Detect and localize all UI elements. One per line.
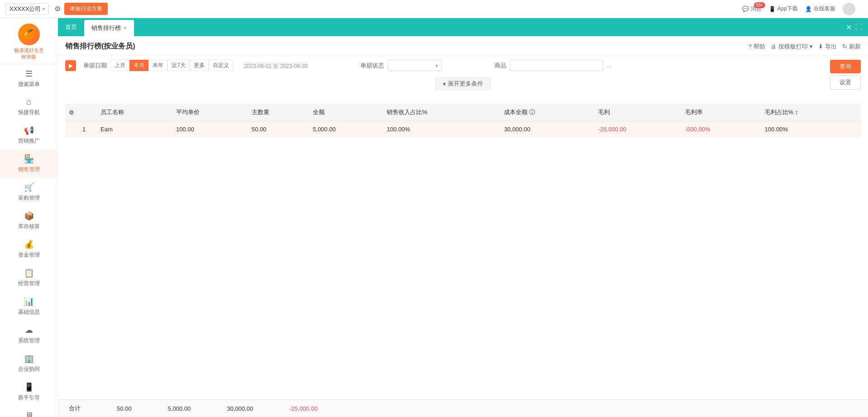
cell-profit-rate: -500.00% — [681, 121, 761, 138]
sidebar-item-system[interactable]: ☁ 系统管理 — [0, 321, 58, 349]
page-actions: ? 帮助 🖨 按模板打印 ▾ ⬇ 导出 ↻ 刷新 — [748, 43, 861, 51]
date-tab-custom[interactable]: 自定义 — [209, 60, 233, 71]
date-tab-more[interactable]: 更多 — [190, 60, 209, 71]
sidebar-item-finance[interactable]: 💰 资金管理 — [0, 235, 58, 264]
filter-actions: 查询 设置 — [830, 60, 861, 90]
print-chevron-icon: ▾ — [810, 43, 813, 50]
trial-button[interactable]: 体验行业方案 — [64, 3, 108, 15]
sidebar-item-base-info[interactable]: 📊 基础信息 — [0, 292, 58, 321]
date-tab-7days[interactable]: 近7天 — [168, 60, 190, 71]
print-button[interactable]: 🖨 按模板打印 ▾ — [771, 43, 813, 51]
settings-button[interactable]: 设置 — [830, 75, 861, 90]
inventory-icon: 📦 — [24, 211, 34, 221]
col-settings[interactable]: ⚙ — [65, 104, 79, 121]
cell-cost: 30,000.00 — [500, 121, 595, 138]
col-profit-ratio: 毛利占比% ↕ — [761, 104, 861, 121]
sidebar-item-enterprise[interactable]: 🏢 企业协同 — [0, 349, 58, 378]
sidebar-item-sales[interactable]: 🏪 销售管理 — [0, 149, 58, 178]
tab-home[interactable]: 首页 — [58, 18, 84, 36]
avatar[interactable] — [843, 3, 855, 15]
guide-icon: 📱 — [24, 382, 34, 392]
sales-icon: 🏪 — [24, 154, 34, 164]
date-tab-this-month[interactable]: 本月 — [129, 60, 149, 71]
col-amount: 全额 — [309, 104, 383, 121]
settings-icon[interactable]: ⚙ — [54, 5, 61, 13]
page-header: 销售排行榜(按业务员) ? 帮助 🖨 按模板打印 ▾ ⬇ 导出 — [58, 36, 868, 55]
footer-amount: 5,000.00 — [168, 405, 191, 412]
logo-text: 畅康通好生意 标准版 — [14, 47, 44, 60]
footer-profit: -25,000.00 — [289, 405, 317, 412]
print-label: 按模板打印 — [778, 43, 808, 51]
quick-nav-icon: ⌂ — [26, 97, 31, 107]
filter-collapse-btn[interactable]: ▶ — [65, 60, 76, 71]
table-settings-icon[interactable]: ⚙ — [69, 109, 74, 116]
online-service-label: 在线客服 — [814, 5, 835, 13]
cell-sales-ratio: 100.00% — [383, 121, 500, 138]
date-tab-this-year[interactable]: 本年 — [149, 60, 168, 71]
system-icon: ☁ — [25, 325, 33, 335]
refresh-icon: ↻ — [842, 43, 847, 50]
app-download-button[interactable]: 📱 App下载 — [769, 5, 798, 13]
table-header-row: ⚙ 员工名称 平均单价 主数量 全额 销售收入占比% 成本全额 ⓘ 毛利 毛利率… — [65, 104, 861, 121]
query-button[interactable]: 查询 — [830, 60, 861, 73]
cell-name: Eam — [97, 121, 173, 138]
sidebar-item-inventory[interactable]: 📦 库存核算 — [0, 206, 58, 235]
data-table: ⚙ 员工名称 平均单价 主数量 全额 销售收入占比% 成本全额 ⓘ 毛利 毛利率… — [65, 104, 861, 138]
tab-bar-right: ✕ ⛶ — [846, 23, 868, 32]
sidebar-label-base-info: 基础信息 — [18, 308, 40, 316]
col-quantity: 主数量 — [248, 104, 309, 121]
expand-label: 展开更多条件 — [448, 80, 483, 88]
sidebar-label-sales: 销售管理 — [18, 166, 40, 173]
sidebar-label-enterprise: 企业协同 — [18, 365, 40, 373]
window-expand-icon[interactable]: ⛶ — [855, 23, 863, 31]
goods-input[interactable] — [510, 60, 603, 71]
status-select[interactable] — [388, 60, 442, 71]
top-right-actions: 💬 消息 99+ 📱 App下载 👤 在线客服 — [742, 3, 863, 15]
app-download-label: App下载 — [777, 5, 798, 13]
cell-quantity: 50.00 — [248, 121, 309, 138]
print-icon: 🖨 — [771, 43, 777, 50]
main-layout: 🍊 畅康通好生意 标准版 ☰ 搜索菜单 ⌂ 快捷导航 📢 营销推广 🏪 销售管理… — [0, 18, 868, 417]
operations-icon: 📋 — [24, 268, 34, 278]
help-button[interactable]: ? 帮助 — [748, 43, 765, 51]
sidebar-item-guide[interactable]: 📱 新手引导 — [0, 378, 58, 406]
sidebar-item-operations[interactable]: 📋 经营管理 — [0, 264, 58, 292]
cell-amount: 5,000.00 — [309, 121, 383, 138]
footer-cost: 30,000.00 — [227, 405, 253, 412]
top-bar: XXXXX公司 ▾ ⚙ 体验行业方案 💬 消息 99+ 📱 App下载 👤 在线… — [0, 0, 868, 18]
tab-sales-ranking[interactable]: 销售排行榜 × — [84, 20, 134, 36]
sidebar-label-inventory: 库存核算 — [18, 223, 40, 230]
sidebar-item-purchase[interactable]: 🛒 采购管理 — [0, 178, 58, 206]
window-close-icon[interactable]: ✕ — [846, 23, 852, 32]
refresh-button[interactable]: ↻ 刷新 — [842, 43, 861, 51]
filter-row-1: ▶ 单据日期 上月 本月 本年 近7天 更多 自定义 — [65, 60, 861, 71]
sidebar-item-search-order[interactable]: ☰ 搜索菜单 — [0, 64, 58, 93]
table-row: 1 Eam 100.00 50.00 5,000.00 100.00% 30,0… — [65, 121, 861, 138]
sidebar-item-quick-nav[interactable]: ⌂ 快捷导航 — [0, 93, 58, 121]
sidebar-label-purchase: 采购管理 — [18, 194, 40, 202]
cell-rank: 1 — [79, 121, 97, 138]
col-sales-ratio: 销售收入占比% — [383, 104, 500, 121]
tab-close-icon[interactable]: × — [124, 25, 127, 31]
tab-bar: 首页 销售排行榜 × ✕ ⛶ — [58, 18, 868, 36]
status-label: 单据状态 — [360, 62, 384, 70]
message-button[interactable]: 💬 消息 99+ — [742, 5, 762, 13]
export-label: 导出 — [825, 43, 837, 51]
date-filter: 单据日期 上月 本月 本年 近7天 更多 自定义 — [83, 60, 233, 71]
sidebar-item-app-center[interactable]: 🖥 应用中心 — [0, 406, 58, 417]
sidebar-item-marketing[interactable]: 📢 营销推广 — [0, 121, 58, 149]
mobile-icon: 📱 — [769, 6, 776, 12]
logo-icon: 🍊 — [18, 24, 40, 45]
company-selector[interactable]: XXXXX公司 ▾ — [5, 3, 49, 15]
export-button[interactable]: ⬇ 导出 — [818, 43, 837, 51]
online-service-button[interactable]: 👤 在线客服 — [805, 5, 835, 13]
content-area: 首页 销售排行榜 × ✕ ⛶ 销售排行榜(按业务员) ? 帮助 — [58, 18, 868, 417]
expand-row: ▾ 展开更多条件 — [65, 74, 861, 94]
status-select-wrapper — [388, 60, 442, 71]
goods-more-btn[interactable]: ... — [607, 62, 611, 69]
collapse-arrow-icon: ▶ — [69, 62, 73, 69]
active-tab-label: 销售排行榜 — [91, 24, 121, 32]
expand-conditions-button[interactable]: ▾ 展开更多条件 — [435, 77, 491, 90]
service-icon: 👤 — [805, 6, 812, 12]
date-tab-last-month[interactable]: 上月 — [110, 60, 129, 71]
